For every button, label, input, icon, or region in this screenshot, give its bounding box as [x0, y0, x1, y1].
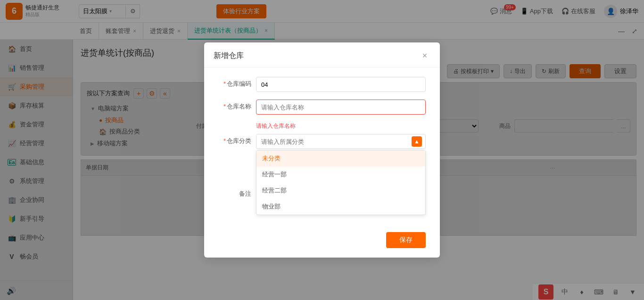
modal-header: 新增仓库 ×: [204, 42, 440, 67]
warehouse-name-error: 请输入仓库名称: [218, 122, 426, 130]
warehouse-name-label: *仓库名称: [218, 100, 256, 111]
warehouse-category-label: *仓库分类: [218, 134, 256, 145]
warehouse-name-group: *仓库名称 请输入仓库名称: [218, 100, 426, 130]
remarks-label: 备注: [218, 187, 256, 198]
warehouse-name-row: *仓库名称: [218, 100, 426, 115]
required-mark-2: *: [223, 103, 226, 110]
modal-overlay: 新增仓库 × *仓库编码 *仓库名称 请输入仓库名称: [0, 0, 644, 300]
category-dropdown-arrow[interactable]: ▲: [412, 136, 422, 147]
warehouse-name-input[interactable]: [256, 100, 426, 115]
warehouse-category-row: *仓库分类 ▲ 未分类 经营一部 经营二部 物业部: [218, 134, 426, 149]
required-mark-1: *: [223, 80, 226, 87]
warehouse-category-container: ▲ 未分类 经营一部 经营二部 物业部: [256, 134, 426, 149]
modal-close-button[interactable]: ×: [419, 50, 430, 61]
dropdown-item-dept3[interactable]: 物业部: [256, 199, 425, 215]
save-button[interactable]: 保存: [386, 232, 426, 248]
warehouse-code-input[interactable]: [256, 77, 426, 92]
warehouse-code-row: *仓库编码: [218, 77, 426, 92]
warehouse-code-label: *仓库编码: [218, 77, 256, 88]
dropdown-item-uncategorized[interactable]: 未分类: [256, 150, 425, 167]
modal-footer: 保存: [204, 232, 440, 248]
modal-title: 新增仓库: [214, 51, 244, 61]
dropdown-item-dept1[interactable]: 经营一部: [256, 167, 425, 183]
dropdown-item-dept2[interactable]: 经营二部: [256, 183, 425, 199]
required-mark-3: *: [223, 137, 226, 144]
modal-body: *仓库编码 *仓库名称 请输入仓库名称 *仓库分类: [204, 67, 440, 232]
warehouse-category-input[interactable]: [256, 134, 426, 149]
new-warehouse-modal: 新增仓库 × *仓库编码 *仓库名称 请输入仓库名称: [204, 42, 440, 258]
category-dropdown-list: 未分类 经营一部 经营二部 物业部: [256, 150, 426, 215]
